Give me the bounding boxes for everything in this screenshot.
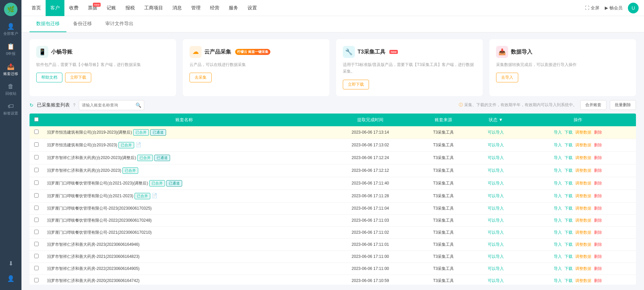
adjust-link[interactable]: 调整数据	[575, 194, 591, 198]
nav-business[interactable]: 工商项目	[140, 0, 168, 16]
search-button[interactable]: 🔍	[136, 102, 141, 108]
adjust-link[interactable]: 调整数据	[575, 242, 591, 247]
batch-delete-button[interactable]: 批量删除	[610, 100, 636, 110]
adjust-link[interactable]: 调整数据	[575, 155, 591, 160]
download-link[interactable]: 下载	[565, 130, 573, 135]
row-checkbox-cell[interactable]	[30, 214, 43, 226]
row-checkbox-cell[interactable]	[30, 164, 43, 177]
row-checkbox[interactable]	[34, 278, 39, 282]
nav-management[interactable]: 管理	[186, 0, 205, 16]
delete-link[interactable]: 删除	[594, 194, 602, 198]
delete-link[interactable]: 删除	[594, 278, 602, 283]
import-link[interactable]: 导入	[554, 206, 562, 211]
col-checkbox[interactable]	[30, 114, 43, 126]
import-link[interactable]: 导入	[554, 218, 562, 223]
download-link[interactable]: 下载	[565, 266, 573, 271]
sidebar-item-account-migrate[interactable]: 📤 账套迁移	[0, 60, 21, 80]
row-checkbox[interactable]	[34, 254, 39, 258]
adjust-link[interactable]: 调整数据	[575, 230, 591, 235]
row-checkbox-cell[interactable]	[30, 202, 43, 214]
sidebar-item-all-clients[interactable]: 👤 全部客户	[0, 19, 21, 40]
download-link[interactable]: 下载	[565, 278, 573, 283]
download-link[interactable]: 下载	[565, 230, 573, 235]
download-link[interactable]: 下载	[565, 194, 573, 198]
adjust-link[interactable]: 调整数据	[575, 143, 591, 147]
sidebar-item-recycle[interactable]: 🗑 回收站	[0, 80, 21, 99]
delete-link[interactable]: 删除	[594, 168, 602, 173]
goto-collect-button[interactable]: 去采集	[190, 73, 212, 82]
row-checkbox-cell[interactable]	[30, 238, 43, 250]
download-link[interactable]: 下载	[565, 143, 573, 147]
download-link[interactable]: 下载	[565, 181, 573, 186]
row-checkbox-cell[interactable]	[30, 139, 43, 151]
adjust-link[interactable]: 调整数据	[575, 254, 591, 259]
row-checkbox[interactable]	[34, 242, 39, 246]
delete-link[interactable]: 删除	[594, 230, 602, 235]
row-checkbox[interactable]	[34, 142, 39, 147]
sidebar-item-user[interactable]: 👤	[0, 272, 21, 287]
member-button[interactable]: ▶ 畅会员	[605, 5, 623, 11]
sidebar-item-zero-report[interactable]: 📋 0申报	[0, 40, 21, 60]
import-link[interactable]: 导入	[554, 130, 562, 135]
row-checkbox[interactable]	[34, 266, 39, 270]
nav-tax[interactable]: 报税	[121, 0, 140, 16]
import-link[interactable]: 导入	[554, 266, 562, 271]
nav-message[interactable]: 消息	[168, 0, 186, 16]
adjust-link[interactable]: 调整数据	[575, 181, 591, 186]
row-checkbox-cell[interactable]	[30, 190, 43, 202]
sidebar-item-tag-settings[interactable]: 🏷 标签设置	[0, 99, 21, 119]
help-doc-button[interactable]: 帮助文档	[36, 73, 62, 82]
download-link[interactable]: 下载	[565, 254, 573, 259]
import-link[interactable]: 导入	[554, 143, 562, 147]
adjust-link[interactable]: 调整数据	[575, 278, 591, 283]
nav-invoice[interactable]: 票据 new	[83, 0, 102, 16]
help-icon[interactable]: ?	[73, 103, 75, 107]
import-link[interactable]: 导入	[554, 155, 562, 160]
row-checkbox-cell[interactable]	[30, 263, 43, 275]
row-checkbox-cell[interactable]	[30, 177, 43, 190]
delete-link[interactable]: 删除	[594, 218, 602, 223]
nav-client[interactable]: 客户	[46, 0, 64, 16]
delete-link[interactable]: 删除	[594, 206, 602, 211]
row-checkbox[interactable]	[34, 130, 39, 134]
download-link[interactable]: 下载	[565, 155, 573, 160]
select-all-checkbox[interactable]	[34, 117, 39, 122]
download-link[interactable]: 下载	[565, 242, 573, 247]
delete-link[interactable]: 删除	[594, 155, 602, 160]
download-link[interactable]: 下载	[565, 206, 573, 211]
avatar[interactable]: U	[628, 3, 639, 13]
logo[interactable]: 🌿	[4, 3, 17, 16]
tab-data-migrate[interactable]: 数据包迁移	[30, 16, 66, 32]
adjust-link[interactable]: 调整数据	[575, 130, 591, 135]
row-checkbox[interactable]	[34, 168, 39, 172]
import-link[interactable]: 导入	[554, 168, 562, 173]
row-checkbox-cell[interactable]	[30, 250, 43, 263]
download-now-button[interactable]: 立即下载	[65, 73, 91, 82]
import-link[interactable]: 导入	[554, 194, 562, 198]
refresh-icon[interactable]: ↻	[30, 102, 34, 108]
nav-billing[interactable]: 收费	[64, 0, 83, 16]
tab-backup-migrate[interactable]: 备份迁移	[66, 16, 99, 32]
adjust-link[interactable]: 调整数据	[575, 206, 591, 211]
delete-link[interactable]: 删除	[594, 181, 602, 186]
nav-settings[interactable]: 设置	[243, 0, 262, 16]
search-input[interactable]	[82, 100, 136, 110]
adjust-link[interactable]: 调整数据	[575, 168, 591, 173]
adjust-link[interactable]: 调整数据	[575, 266, 591, 271]
nav-bookkeeping[interactable]: 记账	[102, 0, 121, 16]
row-checkbox[interactable]	[34, 218, 39, 222]
row-checkbox[interactable]	[34, 206, 39, 210]
import-link[interactable]: 导入	[554, 278, 562, 283]
import-link[interactable]: 导入	[554, 181, 562, 186]
import-link[interactable]: 导入	[554, 254, 562, 259]
fullscreen-button[interactable]: ⛶ 全屏	[585, 5, 599, 11]
row-checkbox[interactable]	[34, 230, 39, 234]
delete-link[interactable]: 删除	[594, 130, 602, 135]
delete-link[interactable]: 删除	[594, 254, 602, 259]
row-checkbox[interactable]	[34, 193, 39, 198]
adjust-link[interactable]: 调整数据	[575, 218, 591, 223]
import-link[interactable]: 导入	[554, 230, 562, 235]
download-t3-button[interactable]: 立即下载	[343, 80, 369, 89]
row-checkbox[interactable]	[34, 155, 39, 159]
nav-home[interactable]: 首页	[27, 0, 46, 16]
